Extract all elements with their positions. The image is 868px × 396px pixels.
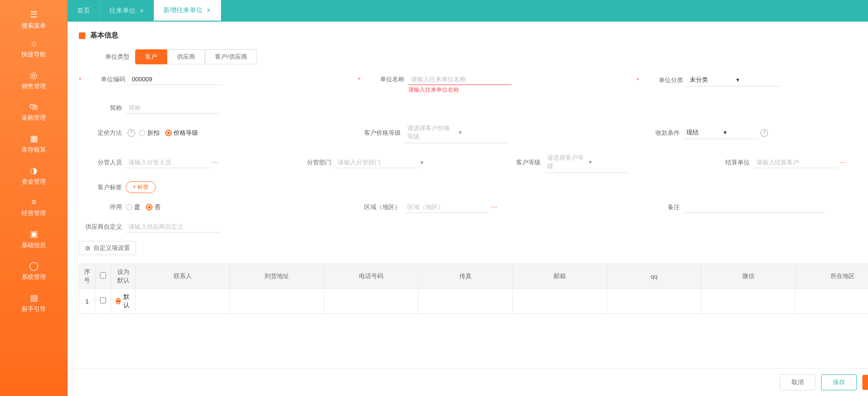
price-level-radio-circle (165, 130, 172, 136)
department-input[interactable] (335, 157, 419, 168)
row-contact[interactable] (136, 289, 230, 314)
operation-management-item[interactable]: ≡ 经营管理 (0, 192, 68, 223)
cancel-button[interactable]: 取消 (780, 374, 815, 390)
alias-group: 简称 (79, 102, 868, 114)
unit-type-row: 单位类型 客户 供应商 客户/供应商 (79, 49, 868, 64)
save-new-button[interactable]: 保存并新增 (862, 375, 868, 390)
col-phone: 电话号码 (324, 264, 419, 289)
pricing-help-icon[interactable]: ? (128, 129, 135, 137)
inventory-item[interactable]: ▦ 库存核算 (0, 128, 68, 160)
supplier-btn[interactable]: 供应商 (167, 49, 205, 64)
contact-table: 序号 设为默认 联系人 到货地址 电话号码 传真 邮箱 qq 微信 所在地区 操… (79, 264, 868, 314)
phone-input[interactable] (329, 296, 413, 307)
col-checkbox (95, 264, 111, 289)
add-partner-tab-label: 新增往来单位 (163, 6, 203, 15)
col-qq: qq (607, 264, 701, 289)
settlement-dots-btn[interactable]: ··· (838, 158, 848, 167)
unit-name-input[interactable] (408, 74, 511, 85)
remark-input[interactable] (684, 202, 824, 213)
qq-input[interactable] (612, 296, 696, 307)
pricing-radio-group: 折扣 价格等级 (139, 129, 198, 137)
wechat-input[interactable] (706, 296, 791, 307)
row-address[interactable] (230, 289, 324, 314)
payment-select[interactable]: 现结 ▼ (684, 126, 759, 139)
region-dots-btn[interactable]: ··· (489, 203, 499, 211)
disable-label: 停用 (79, 203, 126, 211)
region-group: 区域（地区） ··· (358, 202, 636, 213)
system-management-item[interactable]: ◯ 系统管理 (0, 255, 68, 287)
beginner-guide-item[interactable]: ▤ 新手引导 (0, 287, 68, 319)
row-checkbox[interactable] (100, 297, 106, 303)
save-button[interactable]: 保存 (821, 374, 857, 390)
row-default-label: 默认 (122, 293, 130, 310)
partner-tab-close[interactable]: ✕ (139, 8, 144, 14)
custom-settings-btn[interactable]: ⚙ 自定义项设置 (79, 241, 136, 255)
disable-yes-radio[interactable]: 是 (126, 203, 140, 211)
disable-group: 停用 是 否 (79, 203, 358, 211)
row-region-input[interactable] (800, 296, 868, 307)
category-arrow-icon: ▼ (735, 77, 778, 83)
region-input[interactable] (404, 202, 489, 213)
alias-input[interactable] (126, 102, 220, 114)
remark-label: 备注 (637, 203, 684, 211)
unit-category-value: 未分类 (690, 76, 732, 84)
department-label: 分管部门 (288, 158, 335, 167)
settings-icon: ⚙ (85, 245, 91, 252)
manager-group: 分管人员 ··· (79, 157, 288, 168)
pricing-label: 定价方法 (79, 129, 126, 137)
quick-nav-item[interactable]: ⌂ 快捷导航 (0, 33, 68, 64)
select-all-checkbox[interactable] (100, 272, 106, 279)
add-tag-btn[interactable]: + 标签 (126, 181, 156, 193)
unit-category-label: 单位分类 (640, 76, 687, 85)
discount-radio-circle (139, 130, 145, 136)
price-level-placeholder: 请选择客户价格等级 (407, 124, 455, 141)
pricing-group: 定价方法 ? 折扣 价格等级 (79, 129, 358, 137)
home-tab[interactable]: 首页 (68, 0, 100, 22)
col-contact: 联系人 (136, 264, 230, 289)
unit-code-input[interactable] (129, 74, 223, 85)
add-partner-tab[interactable]: 新增往来单位 ✕ (154, 0, 221, 22)
disable-no-radio[interactable]: 否 (146, 203, 160, 211)
row-fax[interactable] (419, 289, 513, 314)
fund-management-item[interactable]: ◑ 资金管理 (0, 160, 68, 192)
supplier-custom-input[interactable] (126, 221, 220, 233)
row-default-radio[interactable]: 默认 (116, 293, 130, 310)
price-level-select[interactable]: 请选择客户价格等级 ▼ (404, 122, 508, 143)
settlement-input[interactable] (754, 157, 838, 168)
discount-radio[interactable]: 折扣 (139, 129, 160, 137)
unit-name-error: 请输入往来单位名称 (408, 86, 459, 94)
payment-help-icon[interactable]: ? (761, 129, 768, 137)
contact-input[interactable] (140, 296, 225, 307)
row-email[interactable] (513, 289, 607, 314)
row-wechat[interactable] (701, 289, 796, 314)
customer-btn[interactable]: 客户 (135, 49, 167, 64)
purchase-management-item[interactable]: 🛍 采购管理 (0, 96, 68, 128)
price-level-radio[interactable]: 价格等级 (165, 129, 198, 137)
sales-management-item[interactable]: ◎ 销售管理 (0, 64, 68, 96)
row-region[interactable] (796, 289, 868, 314)
tags-label: 客户标签 (79, 183, 126, 192)
partner-tab-label: 往来单位 (109, 7, 136, 15)
department-group: 分管部门 ▼ (288, 157, 497, 168)
pricing-row: 定价方法 ? 折扣 价格等级 客户价格等级 (79, 122, 868, 143)
table-row: 1 默认 (79, 289, 868, 314)
payment-value: 现结 (686, 128, 720, 137)
manager-dots-btn[interactable]: ··· (210, 158, 220, 167)
email-input[interactable] (518, 296, 602, 307)
basic-info-item[interactable]: ▣ 基础信息 (0, 223, 68, 255)
discount-label: 折扣 (147, 129, 160, 137)
price-level-arrow-icon: ▼ (457, 130, 505, 135)
search-menu-item[interactable]: ☰ 搜索菜单 (0, 5, 68, 33)
address-input[interactable] (235, 296, 319, 307)
partner-tab[interactable]: 往来单位 ✕ (100, 0, 154, 22)
col-email: 邮箱 (513, 264, 607, 289)
unit-name-col (408, 74, 511, 85)
customer-supplier-btn[interactable]: 客户/供应商 (205, 49, 257, 64)
unit-category-select[interactable]: 未分类 ▼ (687, 74, 781, 86)
row-qq[interactable] (607, 289, 701, 314)
add-partner-tab-close[interactable]: ✕ (206, 7, 211, 14)
manager-input[interactable] (126, 157, 210, 168)
row-phone[interactable] (324, 289, 419, 314)
fax-input[interactable] (423, 296, 508, 307)
customer-level-select[interactable]: 请选择客户等级 ▼ (544, 152, 629, 173)
